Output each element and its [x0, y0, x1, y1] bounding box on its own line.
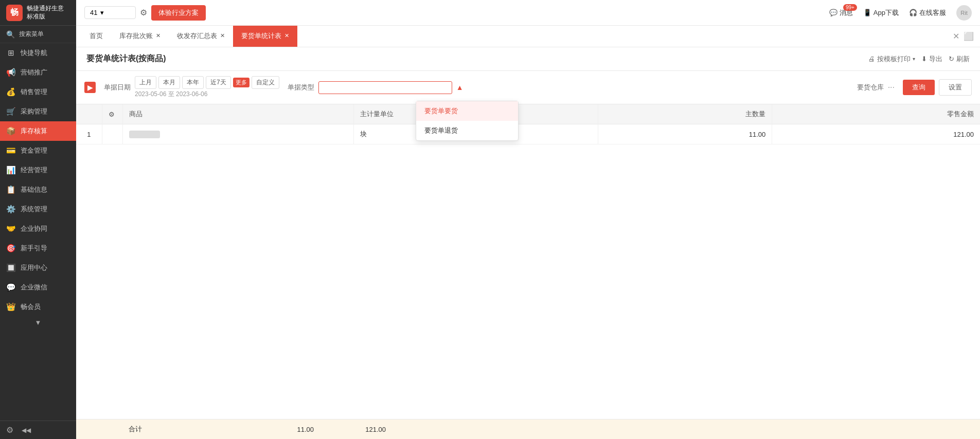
purchase-icon: 🛒 — [6, 107, 15, 116]
type-input[interactable] — [318, 81, 452, 94]
date-buttons: 上月 本月 本年 近7天 更多 自定义 — [135, 76, 279, 89]
warehouse-more-icon[interactable]: ··· — [888, 83, 895, 92]
settings-bottom-icon[interactable]: ⚙ — [6, 425, 13, 435]
table-footer: 合计 11.00 121.00 — [76, 419, 980, 439]
company-arrow-icon: ▾ — [100, 9, 104, 16]
appstore-icon: 🔲 — [6, 263, 15, 272]
tab-requisition-stats[interactable]: 要货单统计表 ✕ — [233, 26, 297, 47]
user-avatar[interactable]: Rit — [956, 5, 972, 21]
date-range-display: 2023-05-06 至 2023-06-06 — [135, 90, 279, 99]
quick-nav-icon: ⊞ — [6, 48, 15, 58]
sidebar-item-quick-nav[interactable]: ⊞ 快捷导航 — [0, 43, 76, 63]
type-filter-group: 单据类型 ▲ — [288, 81, 464, 94]
footer-label: 合计 — [129, 425, 211, 434]
sales-icon: 💰 — [6, 87, 15, 97]
query-button[interactable]: 查询 — [903, 80, 935, 95]
footer-amount: 121.00 — [324, 426, 386, 433]
customer-service-item[interactable]: 🎧 在线客服 — [909, 8, 946, 17]
col-product: 商品 — [122, 104, 353, 124]
tabbar: 首页 库存批次账 ✕ 收发存汇总表 ✕ 要货单统计表 ✕ ✕ ⬜ — [76, 26, 980, 47]
dropdown-item-1[interactable]: 要货单退货 — [416, 121, 518, 140]
sidebar-logo: 畅 畅捷通好生意 标准版 — [0, 0, 76, 26]
trial-button[interactable]: 体验行业方案 — [151, 5, 206, 21]
date-more-badge[interactable]: 更多 — [233, 78, 250, 87]
enterprise-icon: 🤝 — [6, 224, 15, 233]
row-index: 1 — [76, 124, 102, 144]
filter-expand-button[interactable]: ▶ — [84, 82, 96, 93]
close-inventory-batch-icon[interactable]: ✕ — [156, 32, 161, 39]
last-month-button[interactable]: 上月 — [135, 76, 156, 89]
sidebar-item-operation[interactable]: 📊 经营管理 — [0, 160, 76, 180]
type-dropdown-arrow-icon[interactable]: ▲ — [456, 83, 464, 92]
col-settings[interactable]: ⚙ — [102, 104, 122, 124]
row-quantity: 11.00 — [598, 124, 772, 144]
export-icon: ⬇ — [921, 55, 927, 63]
warehouse-filter-group: 要货仓库 ··· — [857, 83, 895, 92]
sidebar-item-sales[interactable]: 💰 销售管理 — [0, 82, 76, 102]
table-settings-icon[interactable]: ⚙ — [109, 111, 115, 118]
refresh-icon: ↻ — [949, 55, 954, 63]
company-selector[interactable]: 41 ▾ — [84, 6, 136, 19]
operation-icon: 📊 — [6, 166, 15, 175]
tab-actions: ✕ ⬜ — [947, 26, 980, 47]
app-download-icon: 📱 — [863, 9, 871, 16]
topbar-settings-icon[interactable]: ⚙ — [140, 8, 147, 17]
sidebar-item-system[interactable]: ⚙️ 系统管理 — [0, 199, 76, 219]
export-button[interactable]: ⬇ 导出 — [921, 54, 942, 64]
close-requisition-stats-icon[interactable]: ✕ — [284, 32, 289, 39]
data-table: ⚙ 商品 主计量单位 主数量 零售金额 1 — [76, 104, 980, 144]
basic-icon: 📋 — [6, 185, 15, 194]
sidebar-scroll-down[interactable]: ▼ — [0, 317, 76, 328]
tab-dispatch-summary[interactable]: 收发存汇总表 ✕ — [169, 26, 233, 47]
type-dropdown-menu: 要货单要货 要货单退货 — [416, 101, 519, 141]
this-month-button[interactable]: 本月 — [158, 76, 180, 89]
page-actions: 🖨 按模板打印 ▾ ⬇ 导出 ↻ 刷新 — [868, 54, 970, 64]
filter-settings-button[interactable]: 设置 — [939, 79, 972, 96]
print-dropdown-icon: ▾ — [913, 56, 915, 62]
this-year-button[interactable]: 本年 — [182, 76, 204, 89]
refresh-button[interactable]: ↻ 刷新 — [949, 54, 970, 64]
sidebar-item-member[interactable]: 👑 畅会员 — [0, 297, 76, 317]
sidebar-item-appstore[interactable]: 🔲 应用中心 — [0, 258, 76, 278]
sidebar-item-enterprise[interactable]: 🤝 企业协同 — [0, 219, 76, 239]
inventory-icon: 📦 — [6, 126, 15, 136]
date-filter-group: 单据日期 上月 本月 本年 近7天 更多 自定义 2023-05-06 至 20… — [104, 76, 279, 99]
date-custom-button[interactable]: 自定义 — [252, 76, 279, 89]
last-7-days-button[interactable]: 近7天 — [206, 76, 231, 89]
page-header: 要货单统计表(按商品) 🖨 按模板打印 ▾ ⬇ 导出 ↻ 刷新 — [76, 47, 980, 71]
page-content: 要货单统计表(按商品) 🖨 按模板打印 ▾ ⬇ 导出 ↻ 刷新 ▶ — [76, 47, 980, 439]
dropdown-item-0[interactable]: 要货单要货 — [416, 101, 518, 121]
sidebar: 畅 畅捷通好生意 标准版 🔍 搜索菜单 ⊞ 快捷导航 📢 营销推广 💰 销售管理… — [0, 0, 76, 439]
row-product — [122, 124, 353, 144]
sidebar-item-guide[interactable]: 🎯 新手引导 — [0, 239, 76, 258]
guide-icon: 🎯 — [6, 244, 15, 253]
sidebar-search[interactable]: 🔍 搜索菜单 — [0, 26, 76, 43]
headset-icon: 🎧 — [909, 9, 917, 16]
sidebar-item-basic[interactable]: 📋 基础信息 — [0, 180, 76, 199]
collapse-icon[interactable]: ◀◀ — [22, 427, 31, 434]
printer-icon: 🖨 — [868, 55, 875, 63]
sidebar-item-marketing[interactable]: 📢 营销推广 — [0, 63, 76, 82]
sidebar-item-wechat[interactable]: 💬 企业微信 — [0, 278, 76, 297]
app-download-item[interactable]: 📱 App下载 — [863, 8, 899, 17]
sidebar-nav: ⊞ 快捷导航 📢 营销推广 💰 销售管理 🛒 采购管理 📦 库存核算 💳 资金管… — [0, 43, 76, 420]
tab-close-all-icon[interactable]: ✕ — [953, 31, 959, 41]
member-icon: 👑 — [6, 302, 15, 312]
col-amount: 零售金额 — [772, 104, 980, 124]
print-template-button[interactable]: 🖨 按模板打印 ▾ — [868, 54, 915, 64]
tab-inventory-batch[interactable]: 库存批次账 ✕ — [111, 26, 169, 47]
tab-maximize-icon[interactable]: ⬜ — [964, 31, 974, 41]
sidebar-item-finance[interactable]: 💳 资金管理 — [0, 141, 76, 160]
sidebar-item-inventory[interactable]: 📦 库存核算 — [0, 121, 76, 141]
filter-actions: 查询 设置 — [903, 79, 972, 96]
sidebar-item-purchase[interactable]: 🛒 采购管理 — [0, 102, 76, 121]
tab-home[interactable]: 首页 — [81, 26, 111, 47]
messages-item[interactable]: 💬 消息 99+ — [829, 8, 853, 17]
row-amount: 121.00 — [772, 124, 980, 144]
col-index — [76, 104, 102, 124]
page-title: 要货单统计表(按商品) — [86, 53, 166, 64]
table-container: ⚙ 商品 主计量单位 主数量 零售金额 1 — [76, 104, 980, 419]
close-dispatch-summary-icon[interactable]: ✕ — [220, 32, 225, 39]
wechat-icon: 💬 — [6, 283, 15, 292]
finance-icon: 💳 — [6, 146, 15, 155]
